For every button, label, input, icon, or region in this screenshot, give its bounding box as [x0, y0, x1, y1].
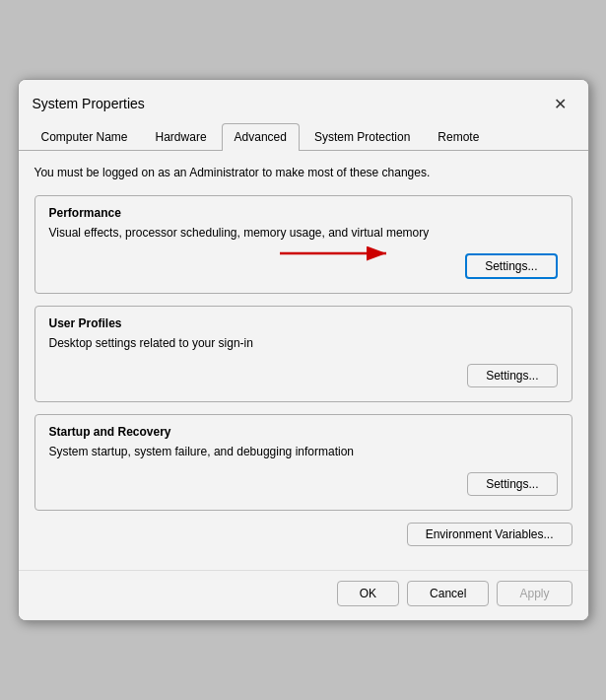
system-properties-dialog: System Properties ✕ Computer Name Hardwa…	[18, 79, 589, 621]
startup-recovery-label: Startup and Recovery	[49, 425, 558, 439]
startup-recovery-section: Startup and Recovery System startup, sys…	[34, 414, 572, 511]
performance-desc: Visual effects, processor scheduling, me…	[49, 226, 558, 240]
tab-content: You must be logged on as an Administrato…	[19, 151, 588, 570]
environment-variables-button[interactable]: Environment Variables...	[407, 523, 572, 546]
performance-label: Performance	[49, 206, 558, 220]
cancel-button[interactable]: Cancel	[407, 581, 489, 606]
user-profiles-label: User Profiles	[49, 316, 558, 330]
dialog-footer: OK Cancel Apply	[19, 570, 588, 620]
close-button[interactable]: ✕	[547, 90, 574, 117]
tab-bar: Computer Name Hardware Advanced System P…	[19, 117, 588, 151]
performance-btn-row: Settings...	[49, 253, 558, 279]
user-profiles-section: User Profiles Desktop settings related t…	[34, 306, 572, 402]
performance-settings-button[interactable]: Settings...	[465, 253, 557, 279]
user-profiles-settings-button[interactable]: Settings...	[467, 364, 557, 387]
title-bar: System Properties ✕	[19, 80, 588, 117]
env-variables-row: Environment Variables...	[34, 523, 572, 546]
apply-button[interactable]: Apply	[497, 581, 572, 606]
user-profiles-btn-row: Settings...	[49, 364, 558, 387]
performance-section: Performance Visual effects, processor sc…	[34, 195, 572, 294]
startup-recovery-btn-row: Settings...	[49, 472, 558, 496]
tab-hardware[interactable]: Hardware	[143, 123, 220, 150]
tab-remote[interactable]: Remote	[425, 123, 492, 150]
dialog-title: System Properties	[33, 96, 145, 111]
user-profiles-desc: Desktop settings related to your sign-in	[49, 336, 558, 350]
admin-info-text: You must be logged on as an Administrato…	[34, 165, 572, 181]
startup-recovery-settings-button[interactable]: Settings...	[467, 472, 557, 496]
tab-system-protection[interactable]: System Protection	[302, 123, 423, 150]
ok-button[interactable]: OK	[337, 581, 399, 606]
tab-computer-name[interactable]: Computer Name	[29, 123, 141, 150]
startup-recovery-desc: System startup, system failure, and debu…	[49, 445, 558, 458]
tab-advanced[interactable]: Advanced	[222, 123, 300, 151]
